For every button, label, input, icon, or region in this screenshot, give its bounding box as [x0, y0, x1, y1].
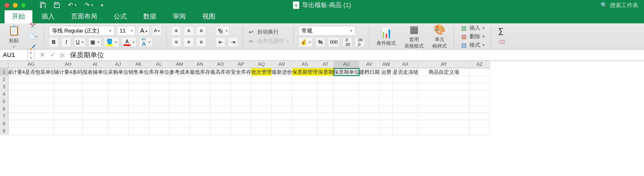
cell[interactable]: [108, 98, 128, 105]
column-header[interactable]: AW: [380, 61, 393, 68]
cell[interactable]: [128, 83, 149, 91]
cell[interactable]: [82, 98, 108, 105]
cell[interactable]: [251, 105, 272, 113]
cell[interactable]: [393, 83, 418, 91]
cell[interactable]: [190, 128, 210, 135]
cell[interactable]: 销售单位: [128, 68, 149, 76]
cell[interactable]: [470, 128, 490, 135]
number-format-select[interactable]: 常规▾: [298, 26, 355, 36]
cell[interactable]: [169, 105, 190, 113]
cell[interactable]: [380, 83, 393, 91]
cell[interactable]: [359, 128, 380, 135]
cell[interactable]: 最新进价: [272, 68, 292, 76]
cell[interactable]: [318, 120, 334, 128]
cell[interactable]: [418, 91, 470, 98]
underline-button[interactable]: U: [74, 37, 86, 47]
cell[interactable]: 商品自定义项: [418, 68, 470, 76]
cell[interactable]: [251, 98, 272, 105]
cell[interactable]: [272, 83, 292, 91]
column-header[interactable]: AK: [128, 61, 149, 68]
cell[interactable]: [54, 120, 82, 128]
cell[interactable]: [169, 98, 190, 105]
cell[interactable]: [82, 76, 108, 83]
cell[interactable]: [251, 76, 272, 83]
cell[interactable]: [393, 91, 418, 98]
format-table-button[interactable]: ▦ 套用 表格格式: [402, 24, 426, 48]
cell[interactable]: [251, 113, 272, 120]
cell[interactable]: [334, 120, 359, 128]
align-left-button[interactable]: ≡: [171, 37, 181, 47]
cell[interactable]: 保质期: [318, 68, 334, 76]
cell[interactable]: [210, 91, 231, 98]
cell[interactable]: [359, 120, 380, 128]
delete-cells-button[interactable]: ▧ 删除 ▾: [459, 32, 486, 41]
row-header[interactable]: 9: [0, 128, 9, 135]
cell[interactable]: [108, 113, 128, 120]
cell[interactable]: [190, 83, 210, 91]
column-header[interactable]: AX: [393, 61, 418, 68]
cell[interactable]: 保质期单位: [334, 68, 359, 76]
tab-pagelayout[interactable]: 页面布局: [64, 10, 105, 23]
column-header[interactable]: AJ: [108, 61, 128, 68]
cell[interactable]: [149, 105, 169, 113]
cell[interactable]: [54, 113, 82, 120]
cell[interactable]: [470, 120, 490, 128]
qat-filenew-icon[interactable]: [40, 2, 46, 8]
qat-customize-icon[interactable]: ▾: [101, 3, 103, 8]
cell[interactable]: [318, 76, 334, 83]
cell[interactable]: [393, 120, 418, 128]
cell[interactable]: [128, 113, 149, 120]
cell[interactable]: [82, 83, 108, 91]
cell[interactable]: [9, 76, 54, 83]
cell[interactable]: [190, 113, 210, 120]
cell[interactable]: [108, 120, 128, 128]
orientation-button[interactable]: ab: [216, 26, 229, 36]
cell[interactable]: [231, 83, 251, 91]
cell[interactable]: [470, 83, 490, 91]
row-header[interactable]: 1: [0, 68, 9, 76]
cell[interactable]: [210, 105, 231, 113]
cell[interactable]: [108, 105, 128, 113]
cell[interactable]: [54, 128, 82, 135]
cell[interactable]: [418, 128, 470, 135]
currency-button[interactable]: 💰: [298, 37, 313, 47]
cell[interactable]: [272, 76, 292, 83]
column-header[interactable]: AG: [9, 61, 54, 68]
cell[interactable]: [272, 113, 292, 120]
cell[interactable]: [54, 91, 82, 98]
cell[interactable]: [54, 76, 82, 83]
cell[interactable]: [128, 128, 149, 135]
cell[interactable]: [210, 76, 231, 83]
cell[interactable]: [9, 113, 54, 120]
cell[interactable]: [231, 120, 251, 128]
cell[interactable]: [418, 105, 470, 113]
tab-view[interactable]: 视图: [195, 10, 223, 23]
column-header[interactable]: AL: [149, 61, 169, 68]
format-cells-button[interactable]: ▧ 格式 ▾: [459, 41, 486, 49]
cell[interactable]: [292, 91, 318, 98]
cell[interactable]: [251, 120, 272, 128]
cell[interactable]: [318, 98, 334, 105]
clear-button[interactable]: ⌫: [496, 37, 507, 47]
cell[interactable]: [108, 91, 128, 98]
cell[interactable]: [231, 91, 251, 98]
cell[interactable]: 报表辅单位: [82, 68, 108, 76]
cell[interactable]: [318, 113, 334, 120]
column-header[interactable]: AU: [334, 61, 359, 68]
conditional-format-button[interactable]: 📊 条件格式: [374, 24, 398, 48]
insert-cells-button[interactable]: ▧ 插入 ▾: [459, 24, 486, 32]
wrap-text-button[interactable]: ↩ 自动换行: [248, 28, 289, 36]
decrease-decimal-button[interactable]: .00.0: [355, 37, 365, 47]
cell[interactable]: 采购单位: [108, 68, 128, 76]
column-header[interactable]: AP: [231, 61, 251, 68]
cell[interactable]: [393, 76, 418, 83]
qat-redo-icon[interactable]: ↷ ▾: [84, 1, 93, 9]
cell[interactable]: [169, 128, 190, 135]
qat-undo-icon[interactable]: ↶ ▾: [68, 1, 76, 9]
cell[interactable]: [318, 128, 334, 135]
zoom-icon[interactable]: [21, 3, 26, 8]
cell[interactable]: [359, 98, 380, 105]
cell[interactable]: [334, 98, 359, 105]
cell[interactable]: [334, 91, 359, 98]
cell[interactable]: [334, 113, 359, 120]
